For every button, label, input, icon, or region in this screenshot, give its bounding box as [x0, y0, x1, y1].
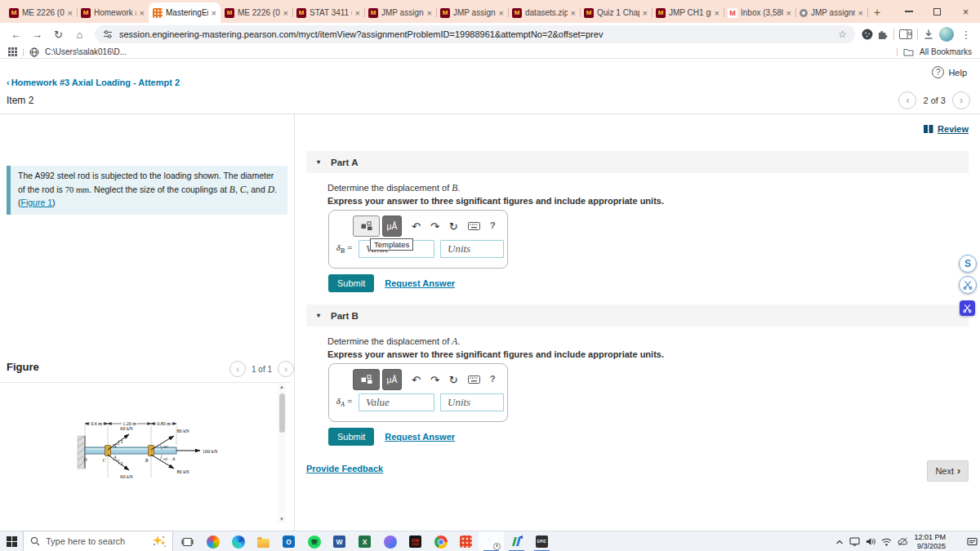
apps-grid-icon[interactable] [8, 47, 17, 56]
provide-feedback-link[interactable]: Provide Feedback [306, 464, 383, 473]
scissors-button[interactable] [959, 276, 977, 294]
browser-tab[interactable]: MJMP assignm× [436, 2, 508, 23]
jmp-button[interactable] [453, 531, 479, 551]
review-link[interactable]: Review [938, 124, 969, 134]
home-icon[interactable]: ⌂ [70, 29, 89, 41]
profile-avatar[interactable] [939, 27, 954, 42]
tab-close-icon[interactable]: × [68, 8, 73, 18]
snip-extension-button[interactable] [960, 300, 975, 316]
browser-tab[interactable]: MHomework #× [77, 2, 149, 23]
extension-icon[interactable] [861, 28, 874, 41]
tab-close-icon[interactable]: × [212, 8, 216, 18]
templates-button[interactable] [353, 369, 380, 390]
minimize-button[interactable] [894, 0, 923, 23]
browser-tab[interactable]: MJMP assignm× [364, 2, 436, 23]
browser-tab[interactable]: MME 2226 (00× [5, 2, 77, 23]
extension-s-button[interactable]: S [959, 255, 977, 273]
office-button[interactable] [377, 531, 403, 551]
browser-tab[interactable]: Mdatasets.zip× [508, 2, 580, 23]
onedrive-cloud-icon[interactable] [898, 537, 908, 546]
scroll-down-icon[interactable]: ▼ [278, 515, 286, 523]
browser-tab[interactable]: JMP assignm× [795, 2, 867, 23]
bookmark-item[interactable]: C:\Users\salak016\D... [45, 47, 127, 56]
units-input[interactable] [440, 393, 504, 411]
next-button[interactable]: Next› [927, 460, 969, 482]
task-view-button[interactable] [175, 531, 200, 551]
tab-close-icon[interactable]: × [715, 8, 719, 18]
collapse-triangle-icon[interactable]: ▾ [317, 312, 320, 319]
equation-help-icon[interactable]: ? [490, 375, 496, 384]
submit-button[interactable]: Submit [328, 274, 374, 292]
equation-help-icon[interactable]: ? [490, 221, 496, 231]
review-control[interactable]: Review [924, 124, 969, 134]
outlook-button[interactable]: O [276, 531, 301, 551]
reset-icon[interactable]: ↻ [449, 375, 458, 385]
tab-close-icon[interactable]: × [786, 8, 791, 18]
copilot-button[interactable] [200, 531, 225, 551]
jmp-green-button[interactable] [504, 531, 529, 551]
chrome-active-button[interactable] [479, 531, 504, 551]
browser-tab[interactable]: MInbox (3,580)× [724, 2, 795, 23]
symbols-button[interactable]: μÅ [382, 216, 402, 237]
keyboard-icon[interactable] [468, 375, 480, 384]
browser-tab[interactable]: MQuiz 1 Chapt× [580, 2, 652, 23]
browser-tab[interactable]: MME 2226 (00× [220, 2, 292, 23]
taskbar-search[interactable]: Type here to search [23, 531, 173, 551]
maximize-button[interactable] [923, 0, 951, 23]
redo-icon[interactable]: ↷ [430, 221, 439, 232]
spotify-button[interactable] [301, 531, 327, 551]
figure-prev-button[interactable]: ‹ [229, 361, 246, 377]
start-button[interactable] [0, 531, 23, 551]
site-settings-icon[interactable] [103, 29, 113, 39]
epic-games-button[interactable]: EPIC [529, 531, 555, 551]
collapse-triangle-icon[interactable]: ▾ [317, 158, 320, 166]
undo-icon[interactable]: ↶ [412, 375, 421, 385]
browser-tab[interactable]: MSTAT 3411 (0× [292, 2, 364, 23]
help-control[interactable]: ? Help [932, 66, 967, 78]
all-bookmarks-link[interactable]: All Bookmarks [920, 47, 972, 56]
scrollbar-thumb[interactable] [279, 393, 285, 433]
action-center-button[interactable] [967, 531, 978, 551]
submit-button[interactable]: Submit [328, 428, 374, 446]
request-answer-link[interactable]: Request Answer [385, 432, 455, 442]
keyboard-icon[interactable] [468, 222, 480, 230]
download-icon[interactable] [923, 29, 934, 40]
tray-chevron-up-icon[interactable] [835, 539, 844, 545]
tab-close-icon[interactable]: × [427, 8, 432, 18]
extensions-puzzle-icon[interactable] [876, 29, 889, 41]
redo-icon[interactable]: ↷ [430, 375, 439, 385]
tab-close-icon[interactable]: × [499, 8, 504, 18]
symbols-button[interactable]: μÅ [382, 369, 402, 390]
scroll-up-icon[interactable]: ▲ [278, 383, 286, 391]
reset-icon[interactable]: ↻ [449, 221, 458, 232]
value-input[interactable] [359, 393, 434, 411]
bookmark-star-icon[interactable]: ☆ [838, 29, 847, 40]
units-input[interactable] [440, 240, 504, 258]
browser-menu-icon[interactable]: ⋮ [959, 29, 973, 41]
word-button[interactable]: W [327, 531, 352, 551]
solidworks-button[interactable]: SW2023 [403, 531, 428, 551]
undo-icon[interactable]: ↶ [412, 221, 421, 232]
part-b-header[interactable]: ▾ Part B [306, 304, 969, 327]
tab-close-icon[interactable]: × [140, 8, 145, 18]
tab-close-icon[interactable]: × [355, 8, 360, 18]
tab-close-icon[interactable]: × [858, 8, 863, 18]
tab-close-icon[interactable]: × [643, 8, 648, 18]
wifi-icon[interactable] [881, 538, 892, 546]
prev-item-button[interactable]: ‹ [898, 91, 916, 109]
edge-button[interactable] [225, 531, 251, 551]
excel-button[interactable]: X [352, 531, 377, 551]
new-tab-button[interactable]: + [867, 2, 887, 22]
figure-scrollbar[interactable]: ▲ ▼ [278, 383, 286, 523]
close-window-button[interactable]: × [951, 0, 980, 23]
display-icon[interactable] [849, 537, 860, 546]
back-icon[interactable]: ← [7, 29, 25, 41]
tab-close-icon[interactable]: × [283, 8, 288, 18]
speaker-icon[interactable] [866, 537, 875, 546]
side-panel-search-icon[interactable] [899, 29, 912, 39]
browser-tab-active[interactable]: MasteringEn× [149, 2, 220, 23]
next-item-button[interactable]: › [952, 91, 970, 109]
figure-next-button[interactable]: › [278, 361, 294, 377]
part-a-header[interactable]: ▾ Part A [306, 151, 969, 173]
templates-button[interactable] [353, 216, 380, 237]
